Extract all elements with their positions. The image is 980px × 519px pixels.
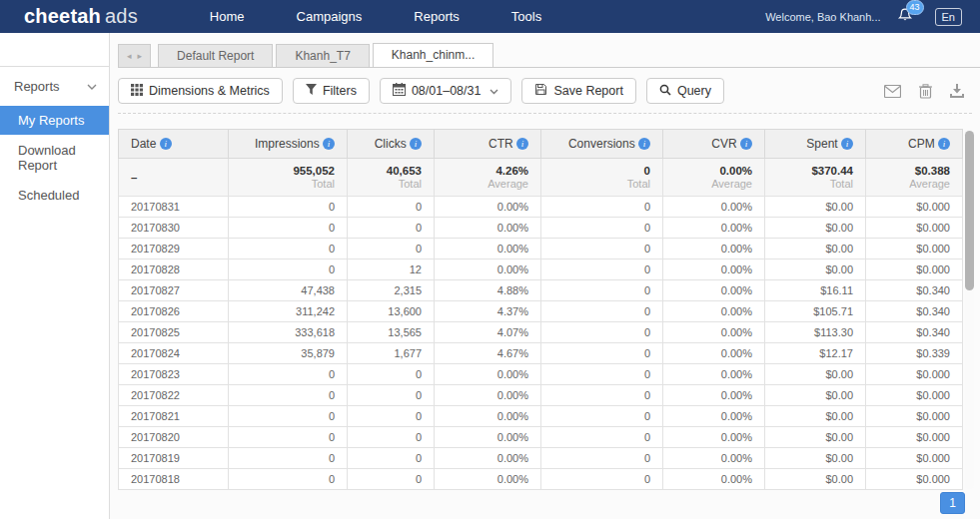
- value-cell: 0: [541, 385, 663, 406]
- chevron-down-icon: [490, 84, 498, 98]
- info-icon[interactable]: i: [638, 138, 650, 150]
- column-label: Date: [131, 137, 156, 151]
- value-cell: 0.00%: [663, 301, 765, 322]
- table-row: 20170829000.00%00.00%$0.00$0.000: [119, 239, 963, 260]
- trash-icon[interactable]: [919, 84, 932, 99]
- scrollbar-thumb[interactable]: [965, 131, 974, 290]
- value-cell: 0.00%: [663, 427, 765, 448]
- info-icon[interactable]: i: [410, 138, 422, 150]
- value-cell: $0.00: [765, 427, 866, 448]
- value-cell: 1,677: [348, 343, 435, 364]
- value-cell: 0.00%: [663, 322, 765, 343]
- welcome-user-text[interactable]: Welcome, Bao Khanh...: [765, 11, 880, 23]
- mail-icon[interactable]: [884, 85, 901, 98]
- info-icon[interactable]: i: [160, 138, 172, 150]
- main-content: ◂ ▸ Default Report Khanh_T7 Khanh_chinm.…: [110, 33, 980, 519]
- total-cell: 955,052Total: [229, 159, 348, 197]
- value-cell: 0: [348, 197, 435, 218]
- nav-item-tools[interactable]: Tools: [511, 9, 541, 24]
- value-cell: $0.000: [866, 364, 963, 385]
- date-cell: 20170828: [119, 260, 229, 280]
- value-cell: $0.00: [765, 469, 866, 490]
- info-icon[interactable]: i: [740, 138, 752, 150]
- value-cell: 0.00%: [435, 218, 541, 239]
- info-icon[interactable]: i: [516, 138, 528, 150]
- language-selector[interactable]: En: [935, 8, 962, 26]
- date-range-picker[interactable]: 08/01–08/31: [380, 78, 512, 104]
- date-cell: 20170831: [119, 197, 229, 218]
- value-cell: 311,242: [229, 301, 348, 322]
- report-tabbar: ◂ ▸ Default Report Khanh_T7 Khanh_chinm.…: [118, 45, 980, 68]
- value-cell: 0: [348, 364, 435, 385]
- value-cell: 0: [229, 260, 348, 280]
- value-cell: 0.00%: [435, 427, 541, 448]
- save-report-label: Save Report: [553, 84, 622, 98]
- table-row: 20170830000.00%00.00%$0.00$0.000: [119, 218, 963, 239]
- value-cell: $0.00: [765, 260, 866, 280]
- value-cell: $0.00: [765, 364, 866, 385]
- notification-badge: 43: [906, 0, 924, 15]
- total-cell: $0.388Average: [866, 159, 963, 197]
- sidebar-item-download-report[interactable]: Download Report: [0, 136, 109, 180]
- notifications-button[interactable]: 43: [897, 7, 913, 27]
- sidebar-item-scheduled[interactable]: Scheduled: [0, 181, 109, 210]
- tab-next-icon[interactable]: ▸: [135, 51, 146, 61]
- dimensions-metrics-button[interactable]: Dimensions & Metrics: [118, 78, 283, 104]
- date-cell: 20170825: [119, 322, 229, 343]
- top-navbar: cheetahads Home Campaigns Reports Tools …: [0, 0, 980, 33]
- table-scrollbar: [965, 129, 974, 489]
- search-icon: [659, 84, 671, 99]
- value-cell: 0: [541, 197, 663, 218]
- info-icon[interactable]: i: [938, 138, 950, 150]
- value-cell: $16.11: [765, 280, 866, 301]
- nav-item-reports[interactable]: Reports: [414, 9, 460, 24]
- page-1-button[interactable]: 1: [940, 492, 965, 514]
- value-cell: $0.340: [866, 280, 963, 301]
- value-cell: 0: [541, 301, 663, 322]
- query-button[interactable]: Query: [646, 78, 724, 104]
- sidebar-group-reports[interactable]: Reports: [0, 67, 109, 106]
- value-cell: $0.00: [765, 218, 866, 239]
- nav-item-home[interactable]: Home: [210, 9, 245, 24]
- value-cell: 0: [541, 469, 663, 490]
- filters-button[interactable]: Filters: [293, 78, 370, 104]
- total-date-cell: –: [119, 159, 229, 197]
- table-row: 20170818000.00%00.00%$0.00$0.000: [119, 469, 963, 490]
- value-cell: 35,879: [229, 343, 348, 364]
- nav-item-campaigns[interactable]: Campaigns: [297, 9, 363, 24]
- value-cell: 0: [541, 343, 663, 364]
- total-cell: $370.44Total: [765, 159, 866, 197]
- column-header-clicks: Clicks i: [348, 130, 435, 159]
- value-cell: 0.00%: [663, 197, 765, 218]
- tab-default-report[interactable]: Default Report: [158, 44, 273, 67]
- value-cell: $0.00: [765, 385, 866, 406]
- app-logo[interactable]: cheetahads: [24, 5, 138, 28]
- info-icon[interactable]: i: [323, 138, 335, 150]
- value-cell: 4.88%: [435, 280, 541, 301]
- value-cell: $0.000: [866, 197, 963, 218]
- value-cell: 0: [348, 448, 435, 469]
- value-cell: $0.000: [866, 406, 963, 427]
- value-cell: 0.00%: [663, 260, 765, 280]
- download-icon[interactable]: [950, 84, 964, 98]
- table-row: 20170820000.00%00.00%$0.00$0.000: [119, 427, 963, 448]
- table-row: 20170823000.00%00.00%$0.00$0.000: [119, 364, 963, 385]
- date-cell: 20170830: [119, 218, 229, 239]
- value-cell: 0: [541, 364, 663, 385]
- value-cell: 0: [541, 260, 663, 280]
- info-icon[interactable]: i: [841, 138, 853, 150]
- save-report-button[interactable]: Save Report: [521, 78, 635, 104]
- dimensions-metrics-label: Dimensions & Metrics: [149, 84, 270, 98]
- value-cell: 0: [229, 364, 348, 385]
- tab-khanh-chinm[interactable]: Khanh_chinm...: [373, 43, 493, 67]
- tab-khanh-t7[interactable]: Khanh_T7: [276, 44, 369, 67]
- value-cell: 0.00%: [435, 197, 541, 218]
- value-cell: $0.339: [866, 343, 963, 364]
- value-cell: 12: [348, 260, 435, 280]
- column-label: Impressions: [255, 137, 320, 151]
- tab-prev-icon[interactable]: ◂: [124, 51, 135, 61]
- sidebar-item-my-reports[interactable]: My Reports: [0, 106, 109, 135]
- table-row: 2017082435,8791,6774.67%00.00%$12.17$0.3…: [119, 343, 963, 364]
- chevron-down-icon: [87, 79, 97, 94]
- header-row: Date iImpressions iClicks iCTR iConversi…: [119, 130, 963, 159]
